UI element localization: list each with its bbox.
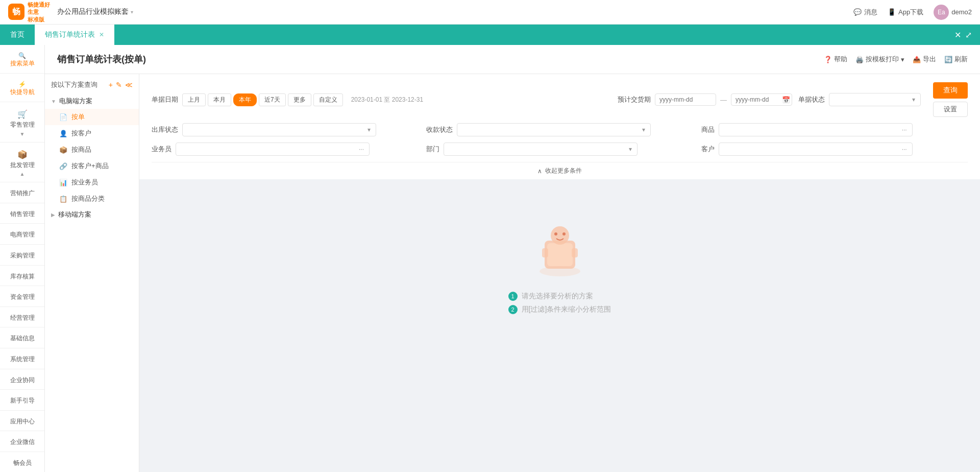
- ship-status-group: 出库状态 ▾: [152, 123, 418, 136]
- doc-status-select[interactable]: ▾: [829, 93, 921, 106]
- scheme-add-btn[interactable]: +: [109, 81, 113, 89]
- left-panel-header: 按以下方案查询 + ✎ ≪: [45, 80, 139, 93]
- collapse-icon: ∧: [537, 168, 542, 175]
- doc-date-label: 单据日期: [152, 95, 178, 104]
- svg-rect-2: [547, 243, 573, 266]
- empty-hints: 1 请先选择要分析的方案 2 用[过滤]条件来缩小分析范围: [508, 292, 611, 314]
- salesman-label: 业务员: [152, 145, 172, 154]
- customer-select[interactable]: ···: [719, 143, 913, 156]
- help-btn[interactable]: ❓ 帮助: [824, 55, 847, 64]
- dept-select[interactable]: ▾: [444, 143, 638, 156]
- app-download-btn[interactable]: 📱 App下载: [888, 8, 923, 17]
- retail-icon: 🛒: [17, 109, 28, 119]
- goods-label: 商品: [701, 125, 715, 134]
- topbar-title-dropdown[interactable]: 办公用品行业模拟账套 ▾: [57, 7, 133, 16]
- sidebar-item-member[interactable]: 畅会员: [0, 452, 44, 472]
- query-button[interactable]: 查询: [933, 82, 968, 99]
- template-print-btn[interactable]: 🖨️ 按模板打印 ▾: [855, 55, 904, 64]
- scheme-group-pc-title[interactable]: ▼ 电脑端方案: [45, 93, 139, 109]
- tab-home[interactable]: 首页: [0, 25, 35, 45]
- scheme-collapse-btn[interactable]: ≪: [125, 81, 133, 89]
- date-this-month[interactable]: 本月: [208, 93, 231, 106]
- customer-group: 客户 ···: [701, 143, 968, 156]
- shortcut-icon: ⚡: [18, 81, 26, 88]
- expand-tab-icon[interactable]: ⤢: [965, 30, 972, 40]
- user-avatar-btn[interactable]: Ea demo2: [934, 5, 972, 20]
- scheme-group-mobile-title[interactable]: ▶ 移动端方案: [45, 207, 139, 222]
- sidebar-item-system[interactable]: 系统管理: [0, 348, 44, 369]
- sidebar-item-wholesale[interactable]: 📦 批发管理 ▲: [0, 143, 44, 183]
- tab-sales-stats[interactable]: 销售订单统计表 ✕: [35, 25, 114, 45]
- sidebar-search-menu[interactable]: 🔍 搜索菜单: [0, 45, 44, 74]
- scheme-edit-btn[interactable]: ✎: [116, 81, 122, 89]
- message-btn[interactable]: 💬 消息: [853, 8, 877, 17]
- sidebar-item-inventory[interactable]: 库存核算: [0, 266, 44, 287]
- topbar-right: 💬 消息 📱 App下载 Ea demo2: [853, 5, 972, 20]
- export-btn[interactable]: 📤 导出: [913, 55, 936, 64]
- dept-chevron-icon: ▾: [629, 146, 632, 153]
- sidebar-item-marketing[interactable]: 营销推广: [0, 182, 44, 203]
- date-prev-month[interactable]: 上月: [182, 93, 206, 106]
- payment-status-chevron-icon: ▾: [642, 126, 645, 133]
- salesman-select[interactable]: ···: [176, 143, 370, 156]
- sidebar-shortcut[interactable]: ⚡ 快捷导航: [0, 74, 44, 102]
- date-custom[interactable]: 自定义: [313, 93, 343, 106]
- tab-close-icon[interactable]: ✕: [99, 31, 104, 38]
- scheme-item-by-product[interactable]: 📦 按商品: [45, 141, 139, 158]
- date-last-7[interactable]: 近7天: [259, 93, 286, 106]
- sidebar-item-purchase[interactable]: 采购管理: [0, 245, 44, 266]
- logo-icon: 畅: [8, 4, 24, 20]
- triangle-icon: ▼: [51, 99, 56, 104]
- tabbar: 首页 销售订单统计表 ✕ ✕ ⤢: [0, 25, 980, 45]
- retail-arrow: ▼: [20, 131, 25, 137]
- by-salesman-icon: 📊: [59, 179, 67, 186]
- sidebar-item-newbie[interactable]: 新手引导: [0, 390, 44, 411]
- scheme-item-by-customer[interactable]: 👤 按客户: [45, 125, 139, 141]
- empty-illustration: [529, 220, 591, 281]
- date-separator: —: [720, 96, 727, 104]
- scheme-group-mobile: ▶ 移动端方案: [45, 207, 139, 222]
- sidebar-item-operation[interactable]: 经营管理: [0, 307, 44, 328]
- ship-status-chevron-icon: ▾: [368, 126, 371, 133]
- search-icon: 🔍: [18, 52, 26, 59]
- scheme-item-by-order[interactable]: 📄 按单: [45, 109, 139, 125]
- settings-button[interactable]: 设置: [933, 102, 968, 117]
- by-cust-prod-icon: 🔗: [59, 162, 67, 170]
- tabbar-right: ✕ ⤢: [954, 30, 980, 40]
- doc-status-group: 单据状态 ▾: [798, 93, 921, 106]
- download-icon: 📱: [888, 8, 896, 16]
- help-icon: ❓: [824, 56, 832, 63]
- sidebar-item-sales[interactable]: 销售管理: [0, 203, 44, 224]
- date-range-display: 2023-01-01 至 2023-12-31: [351, 96, 423, 104]
- payment-status-select[interactable]: ▾: [457, 123, 651, 136]
- sidebar-item-retail[interactable]: 🛒 零售管理 ▼: [0, 102, 44, 143]
- left-scheme-panel: 按以下方案查询 + ✎ ≪ ▼ 电脑端方案 📄 按单: [45, 74, 139, 472]
- date-this-year[interactable]: 本年: [233, 93, 257, 106]
- sidebar-item-enterprise[interactable]: 企业协同: [0, 369, 44, 390]
- sidebar-item-ecom[interactable]: 电商管理: [0, 224, 44, 245]
- refresh-icon: 🔄: [944, 56, 952, 63]
- doc-status-label: 单据状态: [798, 95, 825, 104]
- sidebar-item-wechat[interactable]: 企业微信: [0, 431, 44, 452]
- sidebar-item-appcenter[interactable]: 应用中心: [0, 411, 44, 432]
- scheme-item-by-cust-prod[interactable]: 🔗 按客户+商品: [45, 158, 139, 174]
- left-panel-actions: + ✎ ≪: [109, 81, 133, 89]
- message-icon: 💬: [853, 8, 862, 16]
- ship-status-select[interactable]: ▾: [182, 123, 376, 136]
- dropdown-arrow-icon: ▾: [131, 9, 133, 15]
- sidebar-item-finance[interactable]: 资金管理: [0, 286, 44, 307]
- content: 销售订单统计表(按单) ❓ 帮助 🖨️ 按模板打印 ▾ 📤 导出 🔄 刷新: [45, 45, 980, 472]
- action-buttons-group: 查询 设置: [933, 82, 968, 117]
- main-layout: 🔍 搜索菜单 ⚡ 快捷导航 🛒 零售管理 ▼ 📦 批发管理 ▲ 营销推广 销售管…: [0, 45, 980, 472]
- refresh-btn[interactable]: 🔄 刷新: [944, 55, 968, 64]
- date-more[interactable]: 更多: [288, 93, 311, 106]
- scheme-item-by-category[interactable]: 📋 按商品分类: [45, 191, 139, 207]
- goods-dots-icon: ···: [902, 126, 907, 133]
- filter-row-3: 业务员 ··· 部门 ▾: [152, 143, 968, 156]
- collapse-filters-btn[interactable]: ∧ 收起更多条件: [152, 162, 968, 179]
- close-tab-icon[interactable]: ✕: [954, 30, 961, 40]
- expected-date-start[interactable]: [655, 93, 716, 106]
- scheme-item-by-salesman[interactable]: 📊 按业务员: [45, 174, 139, 191]
- sidebar-item-basic[interactable]: 基础信息: [0, 327, 44, 348]
- goods-select[interactable]: ···: [719, 123, 913, 136]
